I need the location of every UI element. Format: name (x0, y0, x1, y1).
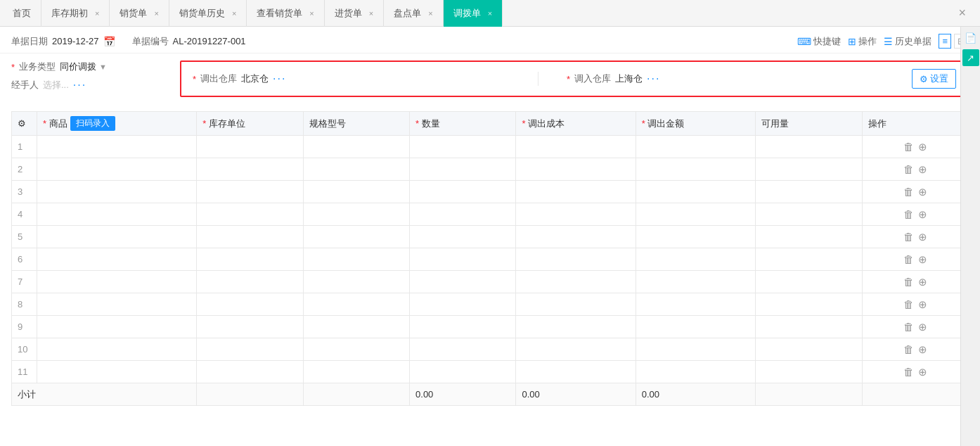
col-gear-header[interactable]: ⚙ (12, 112, 37, 136)
product-cell[interactable] (37, 338, 197, 361)
cost-cell[interactable] (516, 316, 636, 338)
delete-icon[interactable]: 🗑 (903, 163, 914, 175)
history-docs-button[interactable]: ☰ 历史单据 (884, 35, 931, 48)
scan-button[interactable]: 扫码录入 (70, 116, 115, 131)
target-warehouse-more-icon[interactable]: ··· (647, 72, 660, 85)
spec-cell[interactable] (303, 316, 409, 338)
avail-cell[interactable] (756, 136, 862, 158)
amount-cell[interactable] (636, 136, 755, 158)
handler-select[interactable]: 选择... (43, 79, 69, 91)
cost-cell[interactable] (516, 226, 636, 248)
cost-cell[interactable] (516, 248, 636, 271)
avail-cell[interactable] (756, 316, 862, 338)
spec-cell[interactable] (303, 248, 409, 271)
qty-cell[interactable] (410, 316, 516, 338)
cost-cell[interactable] (516, 158, 636, 181)
qty-cell[interactable] (410, 226, 516, 248)
cost-cell[interactable] (516, 271, 636, 293)
amount-cell[interactable] (636, 158, 755, 181)
delete-icon[interactable]: 🗑 (903, 186, 914, 198)
spec-cell[interactable] (303, 158, 409, 181)
product-cell[interactable] (37, 248, 197, 271)
tab-view-sales-close[interactable]: × (309, 9, 314, 18)
avail-cell[interactable] (756, 203, 862, 226)
avail-cell[interactable] (756, 226, 862, 248)
operations-button[interactable]: ⊞ 操作 (848, 35, 877, 48)
qty-cell[interactable] (410, 136, 516, 158)
spec-cell[interactable] (303, 181, 409, 203)
unit-cell[interactable] (197, 181, 303, 203)
spec-cell[interactable] (303, 271, 409, 293)
table-scroll-area[interactable]: ⚙ * 商品 扫码录入 * 库存单位 规格型号 (11, 104, 969, 406)
spec-cell[interactable] (303, 136, 409, 158)
source-warehouse-more-icon[interactable]: ··· (273, 72, 286, 85)
avail-cell[interactable] (756, 248, 862, 271)
product-cell[interactable] (37, 271, 197, 293)
shortcut-button[interactable]: ⌨ 快捷键 (797, 35, 841, 48)
delete-icon[interactable]: 🗑 (903, 321, 914, 333)
unit-cell[interactable] (197, 158, 303, 181)
avail-cell[interactable] (756, 158, 862, 181)
qty-cell[interactable] (410, 158, 516, 181)
copy-icon[interactable]: ⊕ (918, 366, 927, 378)
amount-cell[interactable] (636, 338, 755, 361)
window-close-button[interactable]: × (953, 6, 972, 20)
amount-cell[interactable] (636, 248, 755, 271)
copy-icon[interactable]: ⊕ (918, 141, 927, 153)
product-cell[interactable] (37, 361, 197, 383)
amount-cell[interactable] (636, 203, 755, 226)
unit-cell[interactable] (197, 203, 303, 226)
cost-cell[interactable] (516, 293, 636, 316)
product-cell[interactable] (37, 181, 197, 203)
delete-icon[interactable]: 🗑 (903, 253, 914, 265)
avail-cell[interactable] (756, 271, 862, 293)
tab-transfer-order-close[interactable]: × (488, 9, 492, 18)
cost-cell[interactable] (516, 361, 636, 383)
avail-cell[interactable] (756, 338, 862, 361)
copy-icon[interactable]: ⊕ (918, 186, 927, 198)
product-cell[interactable] (37, 226, 197, 248)
tab-sales-order-close[interactable]: × (154, 9, 158, 18)
amount-cell[interactable] (636, 316, 755, 338)
amount-cell[interactable] (636, 271, 755, 293)
cost-cell[interactable] (516, 338, 636, 361)
business-type-select[interactable]: 同价调拨 ▼ (60, 60, 107, 73)
qty-cell[interactable] (410, 181, 516, 203)
amount-cell[interactable] (636, 293, 755, 316)
unit-cell[interactable] (197, 316, 303, 338)
avail-cell[interactable] (756, 361, 862, 383)
unit-cell[interactable] (197, 293, 303, 316)
avail-cell[interactable] (756, 293, 862, 316)
delete-icon[interactable]: 🗑 (903, 343, 914, 355)
spec-cell[interactable] (303, 293, 409, 316)
qty-cell[interactable] (410, 203, 516, 226)
settings-button[interactable]: ⚙ 设置 (912, 69, 956, 89)
tab-view-sales[interactable]: 查看销货单 × (247, 0, 324, 27)
delete-icon[interactable]: 🗑 (903, 298, 914, 310)
product-cell[interactable] (37, 203, 197, 226)
tab-purchase-order[interactable]: 进货单 × (325, 0, 384, 27)
tab-home[interactable]: 首页 (3, 0, 41, 27)
copy-icon[interactable]: ⊕ (918, 231, 927, 243)
product-cell[interactable] (37, 316, 197, 338)
unit-cell[interactable] (197, 361, 303, 383)
tab-inventory-init[interactable]: 库存期初 × (41, 0, 110, 27)
amount-cell[interactable] (636, 226, 755, 248)
spec-cell[interactable] (303, 338, 409, 361)
product-cell[interactable] (37, 136, 197, 158)
qty-cell[interactable] (410, 271, 516, 293)
qty-cell[interactable] (410, 248, 516, 271)
handler-more-icon[interactable]: ··· (73, 79, 86, 91)
tab-sales-order[interactable]: 销货单 × (110, 0, 169, 27)
amount-cell[interactable] (636, 361, 755, 383)
unit-cell[interactable] (197, 248, 303, 271)
copy-icon[interactable]: ⊕ (918, 321, 927, 333)
delete-icon[interactable]: 🗑 (903, 276, 914, 288)
tab-inventory-check[interactable]: 盘点单 × (384, 0, 443, 27)
unit-cell[interactable] (197, 226, 303, 248)
sidebar-doc-icon[interactable]: 📄 (962, 30, 979, 46)
tab-transfer-order[interactable]: 调拨单 × (444, 0, 503, 27)
product-cell[interactable] (37, 158, 197, 181)
spec-cell[interactable] (303, 203, 409, 226)
delete-icon[interactable]: 🗑 (903, 208, 914, 220)
